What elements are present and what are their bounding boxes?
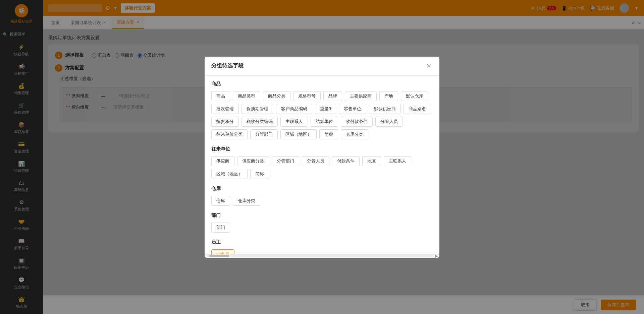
tag-product-alias[interactable]: 商品别名	[404, 104, 431, 114]
tag-default-supplier[interactable]: 默认供应商	[369, 104, 401, 114]
section-department-title: 部门	[211, 212, 433, 218]
section-product-title: 商品	[211, 81, 433, 87]
tag-product[interactable]: 商品	[211, 91, 230, 101]
section-product-tags: 商品 商品类型 商品分类 规格型号 品牌 主要供应商 产地 默认仓库 批次管理 …	[211, 91, 433, 139]
tag-manage-dept2[interactable]: 分管部门	[272, 156, 299, 166]
section-partner-tags: 供应商 供应商分类 分管部门 分管人员 付款条件 地区 主联系人 区域（地区） …	[211, 156, 433, 179]
tag-payment-cond[interactable]: 付款条件	[332, 156, 360, 166]
tag-salesperson[interactable]: 业务员	[211, 249, 234, 254]
section-staff-title: 员工	[211, 239, 433, 245]
tag-supplier-category[interactable]: 供应商分类	[237, 156, 269, 166]
section-staff: 员工 业务员	[211, 239, 433, 254]
tag-warehouse[interactable]: 仓库	[211, 196, 230, 206]
tag-customer-code[interactable]: 客户商品编码	[276, 104, 312, 114]
tag-product-type[interactable]: 商品类型	[233, 91, 260, 101]
tag-settlement-unit[interactable]: 结算单位	[311, 117, 338, 127]
tag-quality-manage[interactable]: 保质期管理	[241, 104, 273, 114]
tag-spec-type[interactable]: 规格型号	[293, 91, 321, 101]
tag-region[interactable]: 区域（地区）	[280, 129, 317, 139]
modal-body[interactable]: 商品 商品 商品类型 商品分类 规格型号 品牌 主要供应商 产地 默认仓库 批次…	[205, 76, 439, 254]
modal-title: 分组待选字段	[211, 62, 244, 69]
section-warehouse-title: 仓库	[211, 186, 433, 192]
modal-close-button[interactable]: ✕	[425, 62, 433, 70]
tag-short-name[interactable]: 简称	[319, 129, 338, 139]
section-department: 部门 部门	[211, 212, 433, 233]
tag-product-category[interactable]: 商品分类	[263, 91, 290, 101]
tag-main-supplier[interactable]: 主要供应商	[345, 91, 377, 101]
section-partner: 往来单位 供应商 供应商分类 分管部门 分管人员 付款条件 地区 主联系人 区域…	[211, 146, 433, 179]
modal-dialog: 分组待选字段 ✕ 商品 商品 商品类型 商品分类 规格型号 品牌 主要供应商 产…	[205, 57, 439, 258]
section-warehouse: 仓库 仓库 仓库分类	[211, 186, 433, 206]
tag-manage-staff[interactable]: 分管人员	[302, 156, 329, 166]
tag-main-contact2[interactable]: 主联系人	[384, 156, 411, 166]
tag-warehouse-category[interactable]: 仓库分类	[341, 129, 368, 139]
tag-payment-terms[interactable]: 收付款条件	[341, 117, 373, 127]
tag-weight3[interactable]: 重量3	[315, 104, 336, 114]
tag-retail-unit[interactable]: 零售单位	[339, 104, 366, 114]
section-staff-tags: 业务员	[211, 249, 433, 254]
hscroll-track	[206, 255, 434, 257]
tag-area-region[interactable]: 区域（地区）	[211, 169, 248, 179]
tag-origin[interactable]: 产地	[379, 91, 398, 101]
modal-overlay[interactable]: 分组待选字段 ✕ 商品 商品 商品类型 商品分类 规格型号 品牌 主要供应商 产…	[0, 0, 644, 314]
tag-manage-dept[interactable]: 分管部门	[250, 129, 278, 139]
tag-supplier[interactable]: 供应商	[211, 156, 234, 166]
tag-mix-score[interactable]: 拣货积分	[211, 117, 239, 127]
section-department-tags: 部门	[211, 223, 433, 233]
tag-tax-code[interactable]: 税收分类编码	[241, 117, 278, 127]
modal-header: 分组待选字段 ✕	[205, 57, 439, 76]
section-warehouse-tags: 仓库 仓库分类	[211, 196, 433, 206]
tag-brand[interactable]: 品牌	[323, 91, 342, 101]
tag-unit-category[interactable]: 往来单位分类	[211, 129, 248, 139]
tag-supervisor[interactable]: 分管人员	[375, 117, 403, 127]
hscroll-right-arrow[interactable]: ▶	[435, 254, 438, 258]
tag-dept[interactable]: 部门	[211, 223, 230, 233]
modal-horizontal-scrollbar[interactable]: ▶	[205, 254, 439, 258]
tag-warehouse-cat[interactable]: 仓库分类	[233, 196, 260, 206]
section-product: 商品 商品 商品类型 商品分类 规格型号 品牌 主要供应商 产地 默认仓库 批次…	[211, 81, 433, 139]
hscroll-thumb[interactable]	[209, 255, 229, 257]
tag-default-warehouse[interactable]: 默认仓库	[401, 91, 428, 101]
tag-region2[interactable]: 地区	[362, 156, 381, 166]
tag-batch-manage[interactable]: 批次管理	[211, 104, 239, 114]
tag-main-contact[interactable]: 主联系人	[280, 117, 308, 127]
section-partner-title: 往来单位	[211, 146, 433, 152]
tag-short-name2[interactable]: 简称	[250, 169, 269, 179]
